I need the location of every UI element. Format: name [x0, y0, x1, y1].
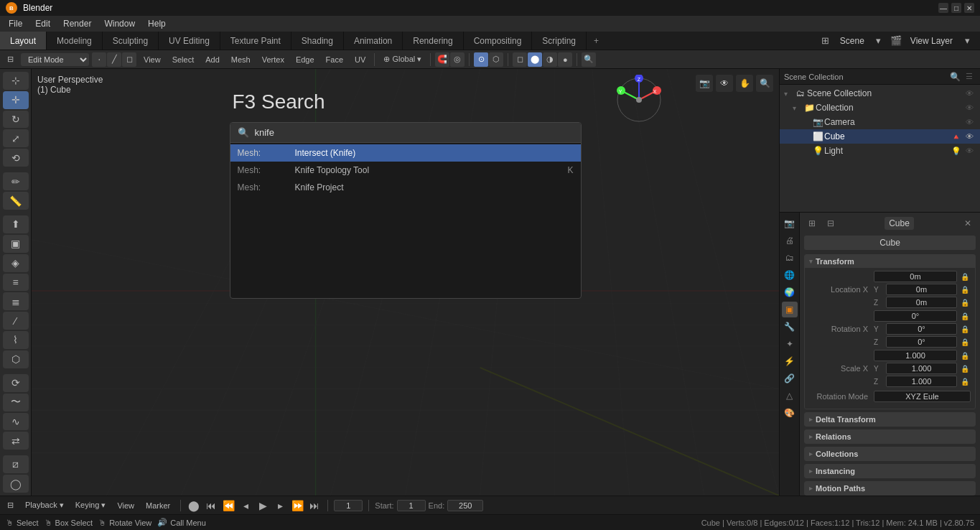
render-icon[interactable]: 🎬 — [889, 34, 903, 48]
view-layer-dropdown-icon[interactable]: ▾ — [960, 34, 974, 48]
transform-tool[interactable]: ⟲ — [3, 149, 29, 167]
outliner-search-icon[interactable]: 🔍 — [948, 70, 961, 83]
render-props-icon[interactable]: 📷 — [782, 215, 798, 231]
annotate-tool[interactable]: ✏ — [3, 172, 29, 190]
tab-uv-editing[interactable]: UV Editing — [159, 32, 220, 50]
scale-tool[interactable]: ⤢ — [3, 129, 29, 147]
solid-icon[interactable]: ⬤ — [528, 52, 542, 67]
scene-collection-visibility[interactable]: 👁 — [963, 89, 976, 98]
rotation-mode-value[interactable]: XYZ Eule — [874, 391, 971, 402]
particles-props-icon[interactable]: ✦ — [782, 336, 798, 352]
tl-marker-menu[interactable]: Marker — [141, 500, 174, 511]
face-menu[interactable]: Face — [322, 54, 347, 65]
viewport[interactable]: User Perspective (1) Cube 📷 👁 ✋ 🔍 X Y — [32, 69, 779, 496]
rotation-y-lock[interactable]: 🔒 — [959, 325, 971, 333]
loop-cut-tool[interactable]: ≡ — [3, 274, 29, 292]
location-y[interactable]: 0m — [886, 284, 957, 295]
tl-start-frame[interactable]: 1 — [397, 500, 426, 511]
view-layer-props-icon[interactable]: 🗂 — [782, 250, 798, 266]
vertex-menu[interactable]: Vertex — [258, 54, 289, 65]
header-left-icon[interactable]: ⊟ — [3, 53, 18, 65]
snap-icon[interactable]: 🧲 — [435, 52, 449, 67]
scale-z-lock[interactable]: 🔒 — [959, 378, 971, 386]
location-x-lock[interactable]: 🔒 — [959, 273, 971, 281]
instancing-header[interactable]: ▸ Instancing — [805, 465, 975, 478]
add-menu[interactable]: Add — [201, 54, 224, 65]
tab-compositing[interactable]: Compositing — [464, 32, 533, 50]
camera-visibility[interactable]: 👁 — [963, 118, 976, 126]
menu-edit[interactable]: Edit — [29, 17, 56, 30]
output-props-icon[interactable]: 🖨 — [782, 233, 798, 248]
proportional-edit-icon[interactable]: ◎ — [450, 52, 465, 67]
light-visibility-eye[interactable]: 👁 — [963, 147, 976, 155]
tl-next-frame[interactable]: ▸ — [273, 498, 287, 513]
rotation-x[interactable]: 0° — [874, 310, 957, 322]
move-tool[interactable]: ✛ — [3, 91, 29, 109]
scene-props-icon[interactable]: 🌐 — [782, 267, 798, 283]
editor-type-icon[interactable]: ⊞ — [818, 34, 833, 48]
bisect-tool[interactable]: ⌇ — [3, 331, 29, 349]
tab-rendering[interactable]: Rendering — [403, 32, 463, 50]
transform-global[interactable]: ⊕ Global ▾ — [379, 53, 426, 65]
prop-header-editor-icon[interactable]: ⊞ — [804, 215, 820, 231]
rotation-z[interactable]: 0° — [886, 336, 957, 348]
tl-keying-menu[interactable]: Keying ▾ — [71, 499, 111, 511]
menu-window[interactable]: Window — [98, 17, 141, 30]
edge-select-icon[interactable]: ╱ — [107, 52, 121, 67]
outliner-light[interactable]: 💡 Light 💡 👁 — [780, 144, 980, 158]
view-menu[interactable]: View — [139, 54, 165, 65]
f3-result-intersect[interactable]: Mesh: Intersect (Knife) — [230, 144, 581, 162]
outliner-camera[interactable]: 📷 Camera 👁 — [780, 115, 980, 129]
rotation-z-lock[interactable]: 🔒 — [959, 338, 971, 346]
tab-animation[interactable]: Animation — [344, 32, 403, 50]
measure-tool[interactable]: 📏 — [3, 192, 29, 210]
wireframe-icon[interactable]: ◻ — [513, 52, 527, 67]
scale-y[interactable]: 1.000 — [886, 363, 957, 374]
tl-prev-frame[interactable]: ◂ — [238, 498, 253, 513]
f3-result-project[interactable]: Mesh: Knife Project — [230, 179, 581, 196]
material-props-icon[interactable]: 🎨 — [782, 405, 798, 421]
tab-texture-paint[interactable]: Texture Paint — [220, 32, 291, 50]
collections-header[interactable]: ▸ Collections — [805, 447, 975, 460]
to-sphere-tool[interactable]: ◯ — [3, 475, 29, 493]
cursor-tool[interactable]: ⊹ — [3, 72, 29, 90]
tl-play[interactable]: ▶ — [256, 498, 270, 513]
prop-close-icon[interactable]: ✕ — [960, 215, 976, 231]
bevel-tool[interactable]: ◈ — [3, 254, 29, 272]
tab-sculpting[interactable]: Sculpting — [103, 32, 159, 50]
add-workspace-button[interactable]: + — [587, 32, 606, 50]
location-z-lock[interactable]: 🔒 — [959, 299, 971, 307]
scale-y-lock[interactable]: 🔒 — [959, 365, 971, 373]
transform-header[interactable]: ▾ Transform — [805, 255, 975, 268]
menu-help[interactable]: Help — [142, 17, 172, 30]
face-select-icon[interactable]: ◻ — [122, 52, 136, 67]
tl-prev-keyframe[interactable]: ⏪ — [221, 498, 235, 513]
f3-search-input[interactable] — [255, 127, 574, 138]
spin-tool[interactable]: ⟳ — [3, 374, 29, 392]
tab-layout[interactable]: Layout — [0, 32, 47, 50]
shear-tool[interactable]: ⧄ — [3, 455, 29, 473]
delta-transform-header[interactable]: ▸ Delta Transform — [805, 413, 975, 426]
outliner-collection[interactable]: ▾ 📁 Collection 👁 — [780, 101, 980, 115]
rendered-icon[interactable]: ● — [558, 52, 572, 67]
vertex-select-icon[interactable]: ⬝ — [92, 52, 106, 67]
material-icon[interactable]: ◑ — [543, 52, 557, 67]
location-x[interactable]: 0m — [874, 271, 957, 282]
polybuilder-tool[interactable]: ⬡ — [3, 350, 29, 368]
inset-tool[interactable]: ▣ — [3, 235, 29, 253]
scale-x-lock[interactable]: 🔒 — [959, 352, 971, 360]
data-props-icon[interactable]: △ — [782, 388, 798, 404]
f3-result-topology[interactable]: Mesh: Knife Topology Tool K — [230, 162, 581, 179]
menu-render[interactable]: Render — [57, 17, 97, 30]
outliner-scene-collection[interactable]: ▾ 🗂 Scene Collection 👁 — [780, 86, 980, 101]
tab-shading[interactable]: Shading — [291, 32, 344, 50]
select-menu[interactable]: Select — [168, 54, 199, 65]
extrude-tool[interactable]: ⬆ — [3, 215, 29, 233]
offset-edge-tool[interactable]: ≣ — [3, 292, 29, 310]
physics-props-icon[interactable]: ⚡ — [782, 353, 798, 369]
tl-next-keyframe[interactable]: ⏩ — [290, 498, 304, 513]
motion-paths-header[interactable]: ▸ Motion Paths — [805, 482, 975, 495]
mesh-menu[interactable]: Mesh — [227, 54, 255, 65]
mode-selector[interactable]: Edit Mode Object Mode — [21, 53, 89, 66]
randomize-tool[interactable]: ∿ — [3, 413, 29, 431]
